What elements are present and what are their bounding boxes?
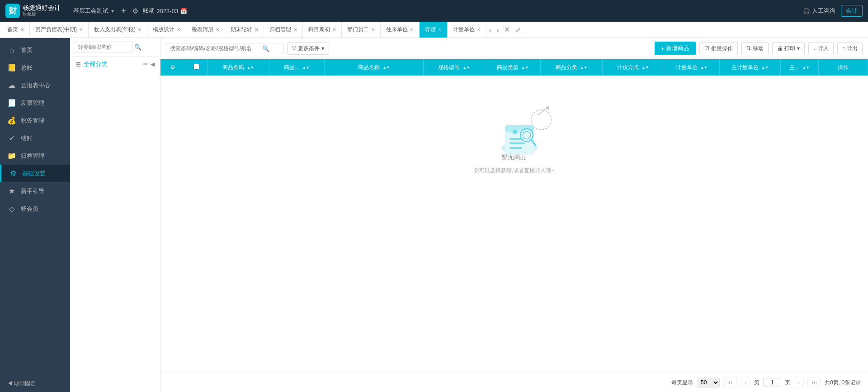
sort-icon[interactable]: ▲▼ (700, 66, 708, 70)
filter-button[interactable]: ▽ 更多条件 ▾ (287, 43, 329, 55)
close-icon[interactable]: ✕ (477, 27, 481, 32)
sort-icon[interactable]: ▲▼ (247, 66, 254, 70)
close-icon[interactable]: ✕ (371, 27, 375, 32)
close-icon[interactable]: ✕ (216, 27, 219, 32)
close-icon[interactable]: ✕ (138, 27, 142, 32)
settings-icon[interactable]: ⚙ (132, 7, 138, 15)
sort-icon[interactable]: ▲▼ (521, 66, 528, 70)
sidebar-label: 发票管理 (21, 99, 44, 107)
close-icon[interactable]: ✕ (177, 27, 180, 32)
col-barcode-header[interactable]: 商品条码 ▲▼ (208, 59, 269, 76)
next-page-button[interactable]: › (794, 378, 804, 387)
col-checkbox[interactable] (185, 59, 208, 76)
col-category-header[interactable]: 商品分类 ▲▼ (541, 59, 602, 76)
sort-icon[interactable]: ▲▼ (382, 66, 390, 70)
category-search-area: 🔍 (70, 38, 160, 57)
archive-icon: 📁 (7, 151, 16, 160)
headset-icon: 🎧 (803, 8, 810, 14)
company-selector[interactable]: 基层工会测试 ▼ (73, 7, 115, 15)
category-collapse-icon[interactable]: ◀ (151, 61, 155, 67)
category-edit-icon[interactable]: ✏ (143, 61, 148, 67)
sidebar-item-ledger[interactable]: 📒 总账 (0, 59, 70, 76)
close-icon[interactable]: ✕ (410, 27, 414, 32)
add-product-button[interactable]: + 新增商品 (655, 42, 696, 55)
table-header-row: ⚙ 商品条码 ▲▼ 商品... ▲▼ (160, 59, 868, 76)
col-type-header[interactable]: 商品类型 ▲▼ (485, 59, 541, 76)
sidebar-item-settle[interactable]: ✓ 结账 (0, 129, 70, 147)
product-search-icon[interactable]: 🔍 (262, 45, 269, 52)
prev-page-button[interactable]: ‹ (741, 378, 750, 387)
filter-icon: ▽ (292, 45, 296, 52)
sidebar-item-member[interactable]: ◇ 畅会员 (0, 200, 70, 217)
tab-period-end[interactable]: 期末结转 ✕ (225, 22, 264, 38)
calendar-icon[interactable]: 📅 (180, 8, 187, 14)
sort-icon[interactable]: ▲▼ (463, 66, 470, 70)
col-spec-header[interactable]: 规格型号 ▲▼ (423, 59, 485, 76)
current-page-input[interactable] (763, 378, 781, 387)
print-button[interactable]: 🖨 打印 ▾ (772, 42, 805, 55)
close-all-tabs-button[interactable]: ✕ (501, 25, 513, 34)
col-unit-header[interactable]: 计量单位 ▲▼ (664, 59, 720, 76)
col-label: 主计量单位 (731, 64, 759, 71)
sidebar-item-tax[interactable]: 💰 税务管理 (0, 112, 70, 129)
tab-scroll-right[interactable]: › (494, 26, 502, 33)
tab-income[interactable]: 收入支出表(年报) ✕ (89, 22, 147, 38)
col-extra-header[interactable]: 主... ▲▼ (781, 59, 819, 76)
col-main-unit-header[interactable]: 主计量单位 ▲▼ (719, 59, 780, 76)
close-icon[interactable]: ✕ (20, 27, 24, 32)
tab-unit[interactable]: 计量单位 ✕ (448, 22, 486, 38)
close-icon[interactable]: ✕ (79, 27, 83, 32)
tab-subject[interactable]: 科目期初 ✕ (303, 22, 342, 38)
close-icon[interactable]: ✕ (255, 27, 258, 32)
batch-action-button[interactable]: ☑ 批量操作 (699, 42, 738, 55)
close-icon[interactable]: ✕ (438, 27, 442, 32)
grid-icon: ⊞ (75, 61, 81, 68)
sidebar-item-archive[interactable]: 📁 归档管理 (0, 147, 70, 165)
logo-icon: 财 (5, 4, 20, 18)
header-right: 🎧 人工咨询 会计 (803, 5, 863, 17)
category-search-icon[interactable]: 🔍 (134, 44, 142, 51)
category-all[interactable]: ⊞ 全部分类 ✏ ◀ (70, 57, 160, 72)
col-settings[interactable]: ⚙ (160, 59, 185, 76)
first-page-button[interactable]: ⏮ (723, 378, 737, 387)
last-page-button[interactable]: ⏭ (807, 378, 821, 387)
add-tab-button[interactable]: + (121, 6, 126, 16)
sidebar-item-home[interactable]: ⌂ 首页 (0, 42, 70, 59)
sort-icon[interactable]: ▲▼ (580, 66, 587, 70)
export-button[interactable]: ↑ 导出 (837, 42, 863, 55)
kuaiji-button[interactable]: 会计 (841, 5, 863, 17)
sidebar-item-settings[interactable]: ⚙ 基础设置 (0, 165, 70, 182)
sort-icon[interactable]: ▲▼ (642, 66, 649, 70)
consult-button[interactable]: 🎧 人工咨询 (803, 7, 835, 15)
unpin-button[interactable]: ◀ 取消固定 (0, 375, 70, 392)
move-button[interactable]: ⇅ 移动 (741, 42, 769, 55)
category-search-input[interactable] (74, 42, 132, 52)
close-icon[interactable]: ✕ (332, 27, 336, 32)
tab-home[interactable]: 首页 ✕ (2, 22, 30, 38)
tab-tax-table[interactable]: 税表清册 ✕ (186, 22, 225, 38)
tab-archive[interactable]: 归档管理 ✕ (264, 22, 303, 38)
col-code-header[interactable]: 商品... ▲▼ (269, 59, 325, 76)
right-panel: 🔍 ▽ 更多条件 ▾ + 新增商品 ☑ 批量操作 ⇅ 移 (160, 38, 868, 392)
sort-icon[interactable]: ▲▼ (802, 66, 810, 70)
col-name-header[interactable]: 商品名称 ▲▼ (325, 59, 423, 76)
sidebar-item-guide[interactable]: ★ 新手引导 (0, 182, 70, 200)
sidebar-item-reports[interactable]: ☁ 云报表中心 (0, 76, 70, 94)
sort-icon[interactable]: ▲▼ (302, 66, 310, 70)
expand-icon[interactable]: ⤢ (513, 26, 524, 33)
close-icon[interactable]: ✕ (293, 27, 297, 32)
sidebar-item-invoice[interactable]: 🧾 发票管理 (0, 94, 70, 112)
product-search-input[interactable] (170, 45, 260, 52)
tab-template[interactable]: 模版设计 ✕ (147, 22, 186, 38)
col-price-header[interactable]: 计价方式 ▲▼ (602, 59, 664, 76)
sort-icon[interactable]: ▲▼ (761, 66, 769, 70)
tab-inventory[interactable]: 存货 ✕ (420, 22, 448, 38)
tab-dept[interactable]: 部门员工 ✕ (342, 22, 381, 38)
tab-asset[interactable]: 资产负债表(中期) ✕ (30, 22, 89, 38)
import-button[interactable]: ↓ 导入 (808, 42, 834, 55)
empty-sub-text: 您可以选择新增,或者直接导入哦~ (474, 167, 554, 175)
select-all-checkbox[interactable] (193, 64, 199, 70)
page-size-select[interactable]: 50 20 100 (697, 378, 720, 387)
tab-scroll-left[interactable]: ‹ (486, 26, 494, 33)
tab-contacts[interactable]: 往来单位 ✕ (381, 22, 420, 38)
